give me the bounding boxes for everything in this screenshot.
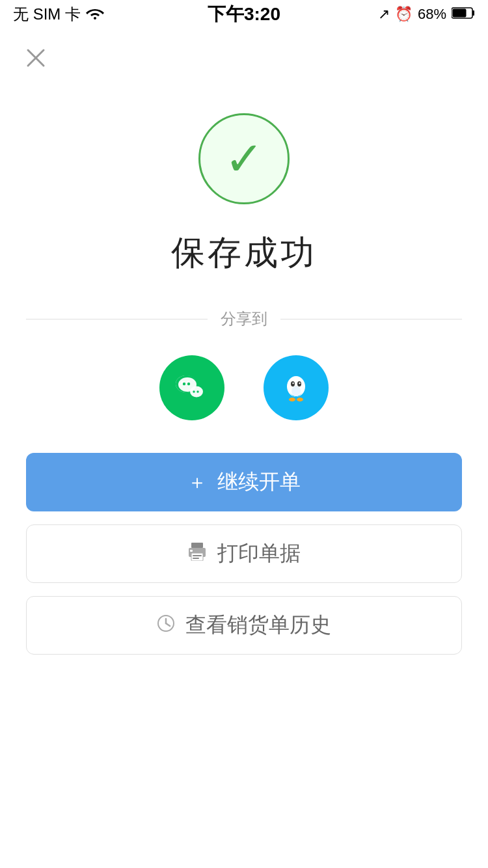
qq-share-button[interactable] <box>264 355 329 420</box>
battery-icon <box>452 6 475 23</box>
svg-rect-35 <box>193 558 199 559</box>
svg-point-18 <box>197 390 198 392</box>
status-bar: 无 SIM 卡 下午3:20 ↗ ⏰ 68% <box>0 0 488 29</box>
history-button[interactable]: 查看销货单历史 <box>26 596 462 655</box>
print-label: 打印单据 <box>217 539 301 568</box>
clock-icon <box>157 614 175 637</box>
status-right: ↗ ⏰ 68% <box>378 6 475 23</box>
success-icon-wrap: ✓ <box>198 113 290 204</box>
continue-button[interactable]: ＋ 继续开单 <box>26 453 462 511</box>
print-button[interactable]: 打印单据 <box>26 524 462 583</box>
divider-left <box>26 319 208 319</box>
svg-line-39 <box>166 623 170 626</box>
main-content: ✓ 保存成功 分享到 <box>0 87 488 868</box>
svg-point-14 <box>183 383 185 385</box>
sim-status: 无 SIM 卡 <box>13 4 81 25</box>
success-title: 保存成功 <box>171 230 317 276</box>
svg-rect-33 <box>191 553 203 561</box>
svg-point-15 <box>187 383 190 385</box>
svg-point-16 <box>190 387 203 398</box>
continue-label: 继续开单 <box>217 468 301 496</box>
share-divider: 分享到 <box>26 308 462 329</box>
share-section: 分享到 <box>26 308 462 420</box>
history-label: 查看销货单历史 <box>185 611 331 640</box>
svg-point-29 <box>297 398 303 401</box>
battery-percent: 68% <box>418 6 446 23</box>
status-left: 无 SIM 卡 <box>13 4 104 25</box>
svg-point-17 <box>193 390 195 392</box>
wechat-share-button[interactable] <box>159 355 224 420</box>
svg-point-28 <box>289 398 295 401</box>
plus-icon: ＋ <box>187 469 207 496</box>
wifi-icon <box>86 5 104 23</box>
close-area <box>0 29 488 87</box>
svg-rect-1 <box>472 10 474 16</box>
checkmark-icon: ✓ <box>224 135 264 182</box>
svg-point-25 <box>292 383 293 384</box>
actions: ＋ 继续开单 打印单据 <box>26 453 462 655</box>
svg-rect-2 <box>453 9 467 18</box>
svg-rect-36 <box>190 550 193 552</box>
alarm-icon: ⏰ <box>395 6 413 23</box>
svg-point-30 <box>291 386 301 396</box>
printer-icon <box>187 543 207 565</box>
share-label: 分享到 <box>221 308 267 329</box>
svg-rect-31 <box>191 543 203 548</box>
status-time: 下午3:20 <box>208 2 280 27</box>
location-icon: ↗ <box>378 6 390 23</box>
close-button[interactable] <box>20 42 52 74</box>
svg-point-26 <box>299 383 300 384</box>
svg-rect-34 <box>193 555 202 556</box>
share-icons <box>26 355 462 420</box>
divider-right <box>280 319 462 319</box>
